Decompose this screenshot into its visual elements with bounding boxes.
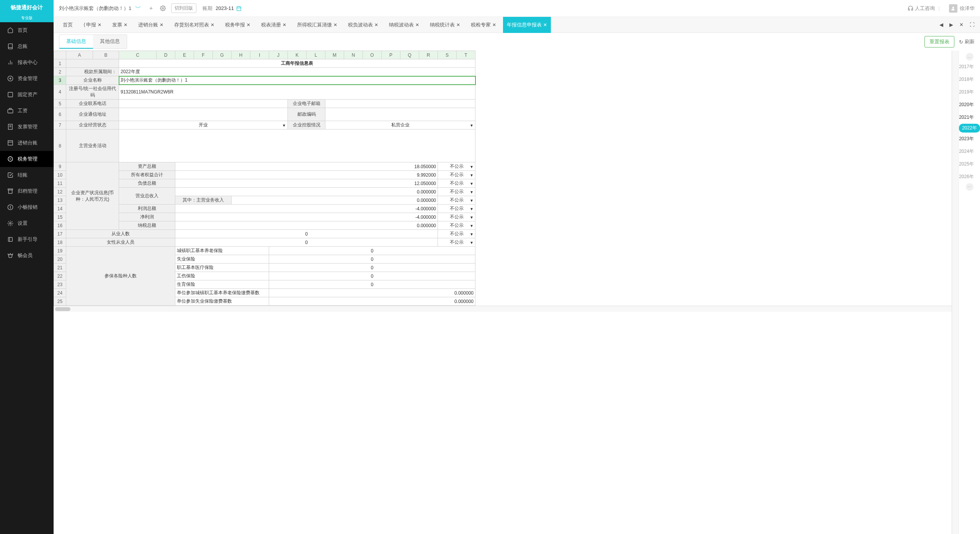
asset-value-cell[interactable]: 0.000000 (175, 221, 438, 230)
row-header[interactable]: 2 (54, 68, 66, 76)
row-header[interactable]: 16 (54, 221, 66, 230)
sidebar-item-reimburse[interactable]: 小畅报销 (0, 199, 54, 215)
user-name[interactable]: 徐泽华 (960, 5, 975, 12)
tab-纳税统计表[interactable]: 纳税统计表✕ (426, 17, 464, 33)
insurance-value-cell[interactable]: 0 (269, 264, 475, 272)
tab-close-icon[interactable]: ✕ (211, 22, 214, 28)
calendar-icon[interactable] (236, 6, 242, 11)
col-header[interactable]: K (288, 51, 307, 59)
tab-所得税汇算清缴[interactable]: 所得税汇算清缴✕ (293, 17, 341, 33)
sidebar-item-tax[interactable]: 税务管理 (0, 151, 54, 167)
mainbiz-value-cell[interactable] (119, 129, 475, 162)
row-header[interactable]: 12 (54, 188, 66, 196)
account-settings-button[interactable] (160, 5, 166, 11)
tab-税务申报[interactable]: 税务申报✕ (221, 17, 254, 33)
tab-fullscreen-button[interactable]: ⛶ (967, 20, 978, 29)
tab-纳税波动表[interactable]: 纳税波动表✕ (385, 17, 423, 33)
asset-value-cell[interactable]: -4.000000 (175, 205, 438, 213)
vertical-scrollbar[interactable] (952, 51, 959, 534)
period-value[interactable]: 2023-11 (216, 5, 234, 11)
subtab-other[interactable]: 其他信息 (93, 35, 127, 49)
year-2025年[interactable]: 2025年 (959, 158, 980, 170)
sidebar-item-settings[interactable]: 设置 (0, 215, 54, 231)
row-header[interactable]: 9 (54, 162, 66, 171)
row-header[interactable]: 8 (54, 129, 66, 162)
add-account-button[interactable]: ＋ (148, 5, 154, 12)
tab-close-all-button[interactable]: ✕ (956, 20, 967, 29)
asset-value-cell[interactable]: 12.050000 (175, 179, 438, 188)
tab-close-icon[interactable]: ✕ (160, 22, 163, 28)
asset-value-cell[interactable]: 18.050000 (175, 162, 438, 171)
tab-申报[interactable]: ⟨申报✕ (80, 17, 105, 33)
row-header[interactable]: 3 (54, 76, 66, 85)
spreadsheet[interactable]: ABCDEFGHIJKLMNOPQRST1工商年报信息表2税款所属期间：2022… (54, 51, 952, 534)
tab-close-icon[interactable]: ✕ (283, 22, 286, 28)
year-2023年[interactable]: 2023年 (959, 133, 980, 145)
tab-close-icon[interactable]: ✕ (456, 22, 460, 28)
insurance-value-cell[interactable]: 0 (269, 272, 475, 280)
year-2021年[interactable]: 2021年 (959, 111, 980, 124)
row-header[interactable]: 22 (54, 272, 66, 280)
col-header[interactable]: M (325, 51, 344, 59)
col-header[interactable]: C (119, 51, 157, 59)
col-header[interactable]: H (232, 51, 250, 59)
col-header[interactable]: Q (400, 51, 419, 59)
sidebar-item-close[interactable]: 结账 (0, 167, 54, 183)
year-2026年[interactable]: 2026年 (959, 170, 980, 183)
female-value-cell[interactable]: 0 (175, 238, 438, 247)
row-header[interactable]: 15 (54, 213, 66, 221)
year-down-button[interactable]: ﹀ (966, 183, 973, 191)
row-header[interactable]: 18 (54, 238, 66, 247)
row-header[interactable]: 19 (54, 247, 66, 255)
sidebar-item-invoice[interactable]: 发票管理 (0, 119, 54, 135)
col-header[interactable]: T (457, 51, 475, 59)
sidebar-item-guide[interactable]: 新手引导 (0, 231, 54, 247)
col-header[interactable]: L (307, 51, 325, 59)
tab-close-icon[interactable]: ✕ (333, 22, 337, 28)
year-2017年[interactable]: 2017年 (959, 61, 980, 73)
tab-进销台账[interactable]: 进销台账✕ (134, 17, 167, 33)
year-2022年[interactable]: 2022年 (959, 124, 980, 133)
insurance-value-cell[interactable]: 0 (269, 247, 475, 255)
disclosure-dropdown[interactable]: 不公示▼ (438, 171, 475, 179)
col-header[interactable]: N (344, 51, 363, 59)
sidebar-item-vip[interactable]: 畅会员 (0, 247, 54, 264)
period-value-cell[interactable]: 2022年度 (119, 68, 475, 76)
year-2018年[interactable]: 2018年 (959, 73, 980, 86)
tab-next-button[interactable]: ▶ (946, 20, 956, 29)
tab-首页[interactable]: 首页 (59, 17, 77, 33)
col-header[interactable]: J (269, 51, 288, 59)
tab-close-icon[interactable]: ✕ (415, 22, 419, 28)
asset-value-cell[interactable]: 0.000000 (175, 188, 438, 196)
col-header[interactable]: B (93, 51, 119, 59)
disclosure-dropdown[interactable]: 不公示▼ (438, 188, 475, 196)
sidebar-item-archive[interactable]: 归档管理 (0, 183, 54, 199)
addr-value-cell[interactable] (119, 108, 288, 121)
tab-年报信息申报表[interactable]: 年报信息申报表✕ (503, 17, 551, 33)
col-header[interactable]: D (157, 51, 175, 59)
year-up-button[interactable]: ︿ (966, 53, 973, 61)
disclosure-dropdown[interactable]: 不公示▼ (438, 221, 475, 230)
row-header[interactable]: 10 (54, 171, 66, 179)
row-header[interactable]: 24 (54, 289, 66, 297)
post-value-cell[interactable] (325, 108, 475, 121)
horizontal-scrollbar[interactable] (54, 306, 952, 312)
row-header[interactable]: 1 (54, 59, 66, 68)
col-header[interactable]: R (419, 51, 438, 59)
year-2024年[interactable]: 2024年 (959, 145, 980, 158)
row-header[interactable]: 21 (54, 264, 66, 272)
year-2019年[interactable]: 2019年 (959, 86, 980, 98)
col-header[interactable]: I (250, 51, 269, 59)
user-avatar-icon[interactable] (949, 4, 957, 13)
status-dropdown[interactable]: 开业▼ (119, 121, 288, 129)
phone-value-cell[interactable] (119, 100, 288, 108)
base-value-cell[interactable]: 0.000000 (269, 289, 475, 297)
company-value-cell[interactable]: 刘小艳演示账套（勿删勿动！）1 (119, 76, 475, 85)
insurance-value-cell[interactable]: 0 (269, 280, 475, 289)
col-header[interactable]: G (213, 51, 232, 59)
refresh-button[interactable]: ↻ 刷新 (959, 38, 975, 45)
tab-税表清册[interactable]: 税表清册✕ (257, 17, 290, 33)
consult-link[interactable]: 人工咨询 (915, 5, 935, 12)
insurance-value-cell[interactable]: 0 (269, 255, 475, 264)
asset-value-cell[interactable]: -4.000000 (175, 213, 438, 221)
